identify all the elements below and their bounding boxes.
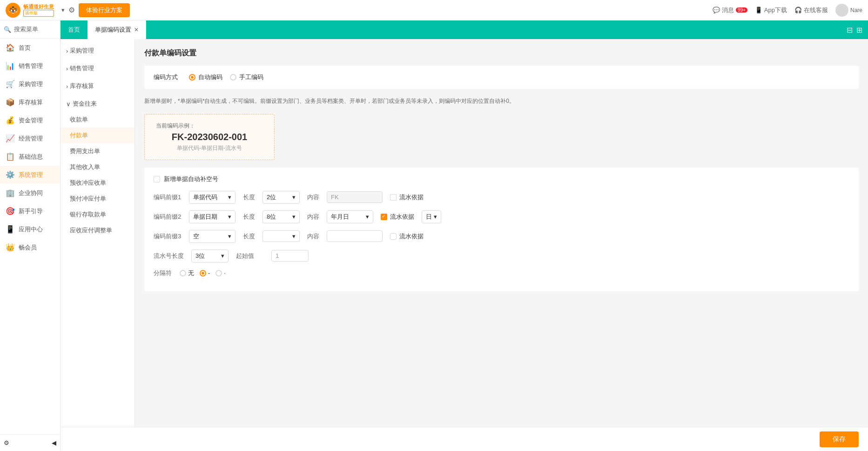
start-value-input[interactable]	[271, 250, 309, 262]
length1-select[interactable]: 2位 ▾	[262, 191, 300, 204]
length1-chevron-icon: ▾	[292, 194, 296, 201]
tab-home[interactable]: 首页	[61, 20, 87, 39]
app-download-button[interactable]: 📱 App下载	[755, 6, 787, 14]
user-menu[interactable]: Nare	[835, 4, 862, 17]
avatar	[835, 4, 848, 17]
sidebar: 🔍 搜索菜单 🏠 首页 📊 销售管理 🛒 采购管理 📦 库存核算 💰 资金管理 …	[0, 20, 61, 451]
minimize-icon[interactable]: ⊟	[847, 26, 853, 34]
waterflow2-row: 流水依据	[381, 213, 414, 221]
prefix2-select[interactable]: 单据日期 ▾	[189, 210, 236, 223]
sub-menu-header-capital[interactable]: ∨ 资金往来	[61, 96, 135, 112]
sub-menu-item-advance-payable[interactable]: 预付冲应付单	[61, 191, 135, 207]
sub-menu-item-payment[interactable]: 付款单	[61, 128, 135, 143]
auto-fill-checkbox[interactable]	[154, 176, 160, 182]
sep-dot-radio[interactable]: ·	[215, 269, 226, 276]
chevron-right-inventory-icon: ›	[66, 83, 68, 90]
content3-input[interactable]	[327, 230, 383, 242]
waterflow1-checkbox[interactable]	[390, 194, 397, 201]
preview-code: FK-20230602-001	[156, 132, 263, 142]
finance-icon: 💰	[6, 116, 15, 125]
prefix3-chevron-icon: ▾	[228, 233, 231, 240]
header-dropdown[interactable]: ▾	[61, 7, 65, 13]
sub-menu-item-bank-deposit[interactable]: 银行存取款单	[61, 207, 135, 222]
sidebar-item-basic[interactable]: 📋 基础信息	[0, 148, 60, 166]
waterflow2-label: 流水依据	[390, 213, 414, 221]
auto-fill-label: 新增单据自动补空号	[164, 175, 218, 183]
waterflow2-period-select[interactable]: 日 ▾	[422, 210, 441, 223]
sidebar-item-sales[interactable]: 📊 销售管理	[0, 57, 60, 75]
length2-label: 长度	[243, 213, 255, 221]
member-icon: 👑	[6, 243, 15, 252]
tab-close-icon[interactable]: ✕	[134, 27, 139, 33]
sidebar-item-appcenter[interactable]: 📱 应用中心	[0, 220, 60, 238]
content1-input[interactable]	[327, 191, 383, 203]
auto-encoding-radio[interactable]: 自动编码	[189, 73, 222, 81]
inventory-icon: 📦	[6, 98, 15, 107]
tab-encoding[interactable]: 单据编码设置 ✕	[87, 20, 146, 39]
sep-dash-radio[interactable]: -	[200, 269, 210, 276]
sep-none-radio[interactable]: 无	[180, 269, 194, 277]
sidebar-item-finance[interactable]: 💰 资金管理	[0, 111, 60, 129]
trial-button[interactable]: 体验行业方案	[79, 3, 130, 17]
manual-encoding-radio[interactable]: 手工编码	[230, 73, 263, 81]
sidebar-item-member[interactable]: 👑 畅会员	[0, 238, 60, 256]
sub-menu-group-inventory: › 库存核算	[61, 78, 135, 94]
manual-radio-circle	[230, 74, 236, 81]
sub-menu-header-purchase[interactable]: › 采购管理	[61, 43, 135, 59]
chevron-right-purchase-icon: ›	[66, 47, 68, 54]
sub-menu-item-other-income[interactable]: 其他收入单	[61, 159, 135, 175]
sidebar-item-label: 销售管理	[19, 62, 43, 70]
collapse-icon[interactable]: ◀	[52, 439, 56, 446]
sidebar-item-label: 新手引导	[19, 207, 43, 215]
sidebar-item-guide[interactable]: 🎯 新手引导	[0, 202, 60, 220]
sidebar-search[interactable]: 🔍 搜索菜单	[0, 20, 60, 39]
content2-select[interactable]: 年月日 ▾	[327, 210, 373, 223]
message-badge: 99+	[736, 7, 747, 13]
save-button[interactable]: 保存	[820, 431, 859, 447]
waterflow3-checkbox[interactable]	[390, 233, 397, 240]
sidebar-item-operations[interactable]: 📈 经营管理	[0, 129, 60, 148]
prefix3-select[interactable]: 空 ▾	[189, 230, 236, 243]
sep-dot-radio-circle	[215, 270, 222, 276]
sidebar-item-system[interactable]: ⚙️ 系统管理	[0, 166, 60, 184]
tab-home-label: 首页	[68, 26, 80, 34]
serial-length-select[interactable]: 3位 ▾	[191, 249, 229, 263]
encoding-radio-group: 自动编码 手工编码	[189, 73, 263, 81]
sidebar-item-home[interactable]: 🏠 首页	[0, 39, 60, 57]
serial-chevron-icon: ▾	[221, 252, 224, 259]
sub-menu-item-adjustment[interactable]: 应收应付调整单	[61, 222, 135, 238]
separator-row: 分隔符 无 -	[154, 269, 849, 277]
preview-desc: 单据代码-单据日期-流水号	[156, 144, 263, 152]
purchase-icon: 🛒	[6, 80, 15, 88]
settings-gear-icon[interactable]: ⚙	[4, 439, 9, 446]
sidebar-item-label: 采购管理	[19, 80, 43, 88]
sidebar-item-inventory[interactable]: 📦 库存核算	[0, 93, 60, 111]
waterflow2-checkbox[interactable]	[381, 214, 387, 220]
basic-icon: 📋	[6, 152, 15, 161]
sub-menu-item-advance-receivable[interactable]: 预收冲应收单	[61, 175, 135, 191]
length3-chevron-icon: ▾	[292, 233, 296, 240]
inner-layout: › 采购管理 › 销售管理 › 库存核算	[61, 39, 868, 427]
settings-icon[interactable]: ⚙	[68, 6, 75, 14]
sidebar-item-label: 畅会员	[19, 243, 37, 252]
sep-none-label: 无	[188, 269, 194, 277]
waterflow2-period-chevron-icon: ▾	[434, 213, 437, 220]
prefix1-label: 编码前缀1	[154, 193, 182, 202]
sub-menu-item-expense[interactable]: 费用支出单	[61, 143, 135, 159]
waterflow1-label: 流水依据	[399, 193, 424, 202]
sub-menu-header-sales[interactable]: › 销售管理	[61, 61, 135, 76]
sidebar-item-purchase[interactable]: 🛒 采购管理	[0, 75, 60, 93]
length3-select[interactable]: ▾	[262, 230, 300, 242]
online-service-button[interactable]: 🎧 在线客服	[794, 6, 828, 14]
sidebar-item-enterprise[interactable]: 🏢 企业协同	[0, 184, 60, 202]
sidebar-bottom: ⚙ ◀	[0, 434, 60, 451]
appcenter-icon: 📱	[6, 225, 15, 234]
sub-menu-header-inventory[interactable]: › 库存核算	[61, 78, 135, 94]
maximize-icon[interactable]: ⊞	[856, 26, 862, 34]
length2-select[interactable]: 8位 ▾	[262, 210, 300, 223]
sub-menu-item-receipt[interactable]: 收款单	[61, 112, 135, 128]
encoding-method-row: 编码方式 自动编码 手工编码	[154, 73, 849, 81]
prefix1-select[interactable]: 单据代码 ▾	[189, 191, 236, 204]
message-button[interactable]: 💬 消息 99+	[713, 6, 747, 14]
info-text: 新增单据时，*单据编码*自动生成，不可编辑。前缀设置为部门、业务员等档案类、开单…	[144, 96, 859, 107]
